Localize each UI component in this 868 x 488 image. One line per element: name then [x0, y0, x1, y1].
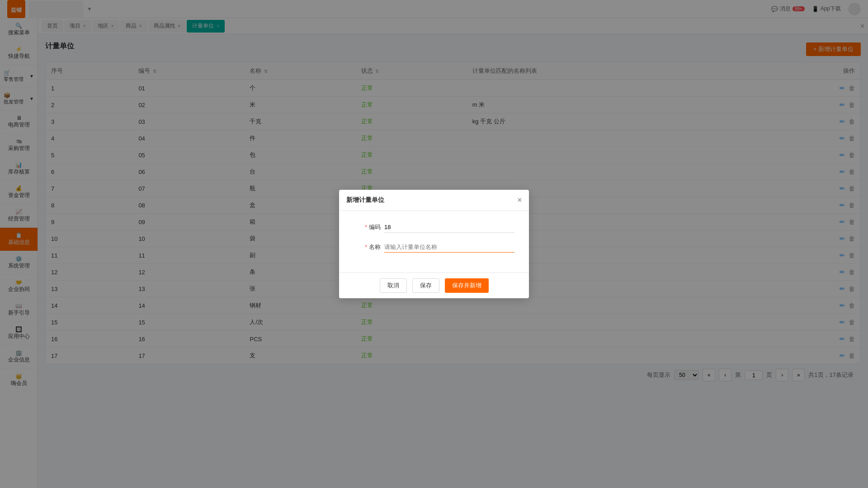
form-code-label: 编码 [354, 223, 381, 231]
cancel-button[interactable]: 取消 [380, 278, 407, 293]
dialog-header: 新增计量单位 × [339, 190, 529, 211]
dialog-title: 新增计量单位 [346, 196, 384, 204]
code-input[interactable] [384, 222, 514, 233]
name-input[interactable] [384, 242, 514, 253]
form-name-label: 名称 [354, 243, 381, 251]
add-unit-dialog: 新增计量单位 × 编码 名称 取消 保存 保存并新增 [339, 190, 529, 298]
form-name: 名称 [354, 242, 514, 253]
dialog-footer: 取消 保存 保存并新增 [339, 272, 529, 298]
dialog-overlay[interactable]: 新增计量单位 × 编码 名称 取消 保存 保存并新增 [0, 0, 868, 488]
save-button[interactable]: 保存 [412, 278, 439, 293]
dialog-body: 编码 名称 [339, 211, 529, 272]
form-code: 编码 [354, 222, 514, 233]
save-new-button[interactable]: 保存并新增 [445, 278, 489, 293]
dialog-close-btn[interactable]: × [518, 196, 522, 204]
